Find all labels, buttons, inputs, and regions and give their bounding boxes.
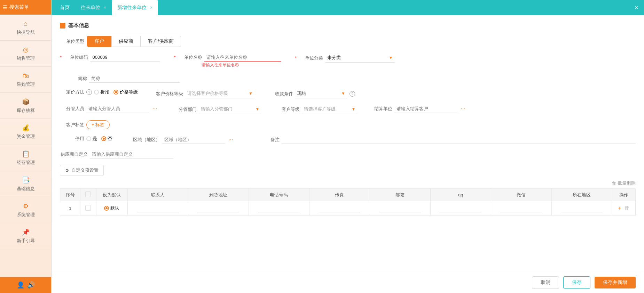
payment-terms-select[interactable]: 现结 ▼ xyxy=(295,89,347,98)
sidebar-item-basic-info[interactable]: 📑 基础信息 xyxy=(0,171,51,197)
qq-input[interactable] xyxy=(440,204,481,212)
add-row-btn[interactable]: + xyxy=(618,205,621,211)
short-name-input[interactable] xyxy=(89,74,180,83)
pricing-price-level-option[interactable]: 价格等级 xyxy=(113,89,138,95)
region-input[interactable] xyxy=(162,136,225,144)
unit-category-chevron: ▼ xyxy=(388,55,393,60)
pricing-discount-label: 折扣 xyxy=(100,89,109,95)
payment-terms-chevron: ▼ xyxy=(341,91,345,96)
pricing-price-level-label: 价格等级 xyxy=(120,89,138,95)
tab-new-partner-label: 新增往来单位 xyxy=(117,5,147,11)
unit-type-supplier[interactable]: 供应商 xyxy=(111,36,141,47)
tab-partners-close[interactable]: × xyxy=(104,5,106,10)
department-label: 分管部门 xyxy=(172,106,197,113)
col-email: 邮箱 xyxy=(370,189,430,201)
custom-settings-button[interactable]: ⚙ 自定义项设置 xyxy=(60,165,104,176)
tab-home[interactable]: 首页 xyxy=(54,0,75,15)
sidebar-item-purchase[interactable]: 🛍 采购管理 xyxy=(0,67,51,93)
unit-type-label: 单位类型 xyxy=(60,38,84,44)
row-actions: + 🗑 xyxy=(616,205,632,211)
unit-name-label: 单位名称 xyxy=(178,54,202,60)
select-all-checkbox[interactable] xyxy=(85,192,91,197)
customer-level-chevron: ▼ xyxy=(351,107,355,112)
sidebar: ☰ 搜索菜单 ⌂ 快捷导航 ◎ 销售管理 🛍 采购管理 📦 库存核算 💰 资金管… xyxy=(0,0,52,293)
row-region-input[interactable] xyxy=(561,204,603,212)
disabled-no-radio[interactable] xyxy=(101,136,106,141)
purchase-icon: 🛍 xyxy=(22,72,30,80)
row-default-radio[interactable] xyxy=(104,206,109,211)
window-close-icon[interactable]: × xyxy=(632,3,641,13)
address-input[interactable] xyxy=(197,204,239,212)
customer-level-select[interactable]: 请选择客户等级 ▼ xyxy=(302,105,358,114)
department-select[interactable]: 请输入分管部门 ▼ xyxy=(199,105,261,114)
gear-icon: ⚙ xyxy=(65,168,69,173)
unit-code-input[interactable] xyxy=(90,53,160,62)
save-and-new-button[interactable]: 保存并新增 xyxy=(595,277,636,288)
disabled-yes-radio[interactable] xyxy=(86,136,91,141)
disabled-no-option[interactable]: 否 xyxy=(101,136,112,142)
section-title-text: 基本信息 xyxy=(68,22,89,29)
disabled-label: 停用 xyxy=(60,136,84,142)
contact-input[interactable] xyxy=(137,204,179,212)
region-more-btn[interactable]: ··· xyxy=(227,137,234,143)
pricing-discount-radio[interactable] xyxy=(94,90,99,95)
col-check xyxy=(80,189,96,201)
remark-input[interactable] xyxy=(282,136,636,144)
pricing-help-icon[interactable]: ? xyxy=(86,89,92,95)
tabbar: 首页 往来单位 × 新增往来单位 × × xyxy=(52,0,644,15)
wechat-input[interactable] xyxy=(500,204,542,212)
sidebar-item-sales[interactable]: ◎ 销售管理 xyxy=(0,41,51,67)
customer-price-level-placeholder: 请选择客户价格等级 xyxy=(187,90,228,97)
tab-new-partner[interactable]: 新增往来单位 × xyxy=(112,0,158,15)
supplier-custom-input[interactable] xyxy=(90,150,173,158)
unit-name-input[interactable] xyxy=(204,53,281,62)
payment-terms-label: 收款条件 xyxy=(269,91,293,97)
guide-icon: 📌 xyxy=(22,228,30,236)
settlement-unit-more-btn[interactable]: ··· xyxy=(459,106,466,112)
row-checkbox-cell xyxy=(80,201,96,215)
batch-delete-label[interactable]: 批量删除 xyxy=(618,180,636,186)
cancel-button[interactable]: 取消 xyxy=(532,276,559,289)
form-area: 基本信息 单位类型 客户 供应商 客户/供应商 * 单位编码 xyxy=(52,15,644,272)
search-menu[interactable]: ☰ 搜索菜单 xyxy=(0,0,51,15)
unit-category-select[interactable]: 未分类 ▼ xyxy=(325,53,395,63)
sidebar-item-system[interactable]: ⚙ 系统管理 xyxy=(0,197,51,223)
pricing-discount-option[interactable]: 折扣 xyxy=(94,89,109,95)
pricing-price-level-radio[interactable] xyxy=(113,90,118,95)
sidebar-item-quick-nav[interactable]: ⌂ 快捷导航 xyxy=(0,15,51,41)
unit-type-both[interactable]: 客户/供应商 xyxy=(141,36,181,47)
system-icon: ⚙ xyxy=(22,202,30,210)
pricing-method-label: 定价方法 xyxy=(60,89,84,95)
col-address: 到货地址 xyxy=(188,189,249,201)
region-label: 区域（地区） xyxy=(133,137,160,143)
sidebar-item-label: 采购管理 xyxy=(17,81,35,88)
col-contact: 联系人 xyxy=(127,189,188,201)
manager-more-btn[interactable]: ··· xyxy=(151,106,158,112)
row-address xyxy=(188,201,249,215)
tab-new-partner-close[interactable]: × xyxy=(150,5,152,10)
delete-row-btn[interactable]: 🗑 xyxy=(624,205,630,211)
row-checkbox[interactable] xyxy=(85,205,91,211)
payment-terms-help-icon[interactable]: ? xyxy=(350,91,355,97)
fax-input[interactable] xyxy=(319,204,360,212)
add-tag-button[interactable]: + 标签 xyxy=(86,120,110,129)
department-placeholder: 请输入分管部门 xyxy=(201,106,233,112)
disabled-yes-option[interactable]: 是 xyxy=(86,136,97,142)
save-button[interactable]: 保存 xyxy=(563,276,590,289)
sidebar-item-inventory[interactable]: 📦 库存核算 xyxy=(0,93,51,119)
customer-price-level-select[interactable]: 请选择客户价格等级 ▼ xyxy=(185,89,255,98)
customer-price-level-label: 客户价格等级 xyxy=(152,91,183,97)
tab-partners[interactable]: 往来单位 × xyxy=(75,0,112,15)
phone-input[interactable] xyxy=(258,204,300,212)
unit-type-customer[interactable]: 客户 xyxy=(87,36,111,47)
manager-input[interactable] xyxy=(86,105,149,113)
disabled-yes-label: 是 xyxy=(93,136,97,142)
sidebar-item-guide[interactable]: 📌 新手引导 xyxy=(0,223,51,249)
row-phone xyxy=(249,201,309,215)
col-default: 设为默认 xyxy=(96,189,127,201)
sidebar-item-operations[interactable]: 📋 经营管理 xyxy=(0,145,51,171)
settlement-unit-input[interactable] xyxy=(394,105,457,113)
sidebar-item-finance[interactable]: 💰 资金管理 xyxy=(0,119,51,145)
email-input[interactable] xyxy=(379,204,421,212)
row-wechat xyxy=(491,201,551,215)
